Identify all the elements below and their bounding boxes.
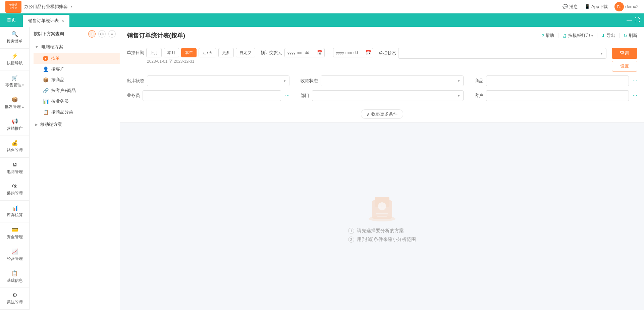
salesperson-label: 业务员 [127,93,140,99]
tab-active[interactable]: 销售订单统计表 × [23,15,69,27]
last-7days-btn[interactable]: 近7天 [199,48,216,57]
tab-home[interactable]: 首页 [0,13,23,27]
status-group: 单据状态 ▾ [379,48,606,59]
status-select[interactable]: ▾ [398,48,606,59]
collapse-btn-row: ∧ 收起更多条件 [120,106,644,122]
sidebar-item-finance[interactable]: 💳 资金管理 [0,222,29,244]
product-input[interactable] [486,75,629,86]
tree-child-by-salesperson[interactable]: 📊 按业务员 [34,96,120,107]
by-order-label: 按单 [51,55,60,61]
by-product-label: 按商品 [51,77,64,83]
avatar: Ea [614,2,624,11]
product-label: 商品 [475,78,483,84]
by-order-icon: ● [43,56,48,61]
expand-btn[interactable]: ⛶ [635,17,640,23]
tree-child-by-customer[interactable]: 👤 按客户 [34,64,120,74]
sidebar-item-basic-info[interactable]: 📋 基础信息 [0,266,29,288]
status-arrow-icon: ▾ [601,51,603,56]
export-btn[interactable]: ⬇ 导出 [601,33,615,39]
topbar-left: 畅捷通 好生意 办公用品行业模拟账套 ▾ [5,1,72,13]
sidebar-item-marketing[interactable]: 📢 营销推广 [0,114,29,136]
message-btn[interactable]: 💬 消息 [562,4,578,10]
sys-mgmt-icon: ⚙ [12,292,17,298]
sidebar-item-biz-mgmt[interactable]: 📈 经营管理 [0,244,29,266]
payment-status-arrow-icon: ▾ [458,79,460,83]
collapse-panel-btn[interactable]: « [108,30,116,38]
this-month-btn[interactable]: 本月 [164,48,179,57]
add-scheme-btn[interactable]: + [88,30,96,38]
sales-mgmt-icon: 💰 [11,140,18,146]
print-icon: 🖨 [562,33,567,38]
search-menu-icon: 🔍 [11,31,18,37]
help-btn[interactable]: ? 帮助 [542,33,554,39]
wholesale-mgmt-icon: 📦 [11,96,18,103]
expected-date-group: 预计交货期 📅 — 📅 [261,48,373,57]
divider2 [597,33,597,38]
salesperson-group: 业务员 ··· [127,90,295,101]
tree-mobile-section[interactable]: ▶ 移动端方案 [30,119,120,130]
payment-status-select[interactable]: ▾ [321,75,463,86]
ecommerce-icon: 🖥 [12,162,17,168]
sidebar-item-sales-mgmt[interactable]: 💰 销售管理 [0,136,29,158]
empty-state: ! 1 请先选择要分析的方案 2 用[过滤]条件来缩小分析范围 [120,122,644,310]
sidebar-item-purchase[interactable]: 🛍 采购管理 [0,179,29,201]
workspace-arrow-icon[interactable]: ▾ [70,4,72,9]
customer-input[interactable] [486,90,629,101]
salesperson-more-icon[interactable]: ··· [285,93,289,99]
sidebar-item-quick-nav[interactable]: ⚡ 快捷导航 [0,49,29,70]
by-cust-prod-label: 按客户+商品 [51,88,76,94]
svg-point-3 [378,202,386,210]
sidebar-item-inventory[interactable]: 📊 库存核算 [0,201,29,222]
tree-child-by-product-cat[interactable]: 📋 按商品分类 [34,107,120,117]
dept-select[interactable]: ▾ [312,90,463,101]
user-info[interactable]: Ea demo2 [614,2,639,11]
empty-illustration: ! [362,190,402,224]
query-btn[interactable]: 查询 [612,48,637,59]
main-layout: 🔍 搜索菜单 ⚡ 快捷导航 🛒 零售管理 ▾ 📦 批发管理 ▲ 📢 营销推广 [0,27,644,310]
quick-nav-icon: ⚡ [11,53,18,59]
refresh-btn[interactable]: ↻ 刷新 [624,33,637,39]
sidebar-item-sys-mgmt[interactable]: ⚙ 系统管理 [0,288,29,310]
last-month-btn[interactable]: 上月 [146,48,162,57]
left-panel-actions: + ⚙ « [88,30,116,38]
salesperson-input[interactable] [143,90,281,101]
finance-icon: 💳 [11,226,18,233]
custom-btn[interactable]: 自定义 [236,48,255,57]
expected-date-label: 预计交货期 [261,50,282,56]
sidebar: 🔍 搜索菜单 ⚡ 快捷导航 🛒 零售管理 ▾ 📦 批发管理 ▲ 📢 营销推广 [0,27,30,310]
divider1 [558,33,558,38]
collapse-conditions-btn[interactable]: ∧ 收起更多条件 [361,109,403,119]
sidebar-item-retail-mgmt[interactable]: 🛒 零售管理 ▾ [0,70,29,92]
page-header: 销售订单统计表(按单) ? 帮助 🖨 按模板打印 ▾ ⬇ [120,27,644,43]
filter-section: 单据日期 上月 本月 本年 近7天 更多 自定义 2023-01-01 至 20… [120,43,644,106]
product-more-icon[interactable]: ··· [633,78,637,84]
biz-mgmt-icon: 📈 [11,248,18,255]
minimize-btn[interactable]: — [627,17,632,23]
tab-close-icon[interactable]: × [61,18,64,23]
this-year-btn[interactable]: 本年 [181,48,197,57]
sidebar-item-ecommerce[interactable]: 🖥 电商管理 [0,158,29,179]
divider3 [619,33,620,38]
customer-more-icon[interactable]: ··· [633,93,637,99]
empty-tip2: 2 用[过滤]条件来缩小分析范围 [348,237,416,243]
svg-text:!: ! [380,204,382,209]
by-product-icon: 📦 [43,77,49,83]
tree-pc-section[interactable]: ▼ 电脑端方案 [30,41,120,53]
tree-child-by-cust-prod[interactable]: 🔗 按客户+商品 [34,85,120,96]
tree-child-by-order[interactable]: ● 按单 [34,53,120,64]
export-icon: ⬇ [601,33,605,38]
setting-scheme-btn[interactable]: ⚙ [98,30,106,38]
retail-mgmt-icon: 🛒 [11,74,18,81]
tree-child-by-product[interactable]: 📦 按商品 [34,74,120,85]
empty-tips: 1 请先选择要分析的方案 2 用[过滤]条件来缩小分析范围 [348,228,416,243]
template-print-btn[interactable]: 🖨 按模板打印 ▾ [562,33,593,39]
sidebar-item-wholesale-mgmt[interactable]: 📦 批发管理 ▲ [0,92,29,114]
app-download-btn[interactable]: 📱 App下载 [585,4,608,10]
ship-status-select[interactable]: ▾ [147,75,289,86]
more-btn[interactable]: 更多 [218,48,234,57]
settings-btn[interactable]: 设置 [612,61,637,71]
by-customer-label: 按客户 [51,66,64,72]
sidebar-item-search-menu[interactable]: 🔍 搜索菜单 [0,27,29,49]
calendar-start-icon: 📅 [317,50,323,55]
date-separator: — [327,50,331,55]
